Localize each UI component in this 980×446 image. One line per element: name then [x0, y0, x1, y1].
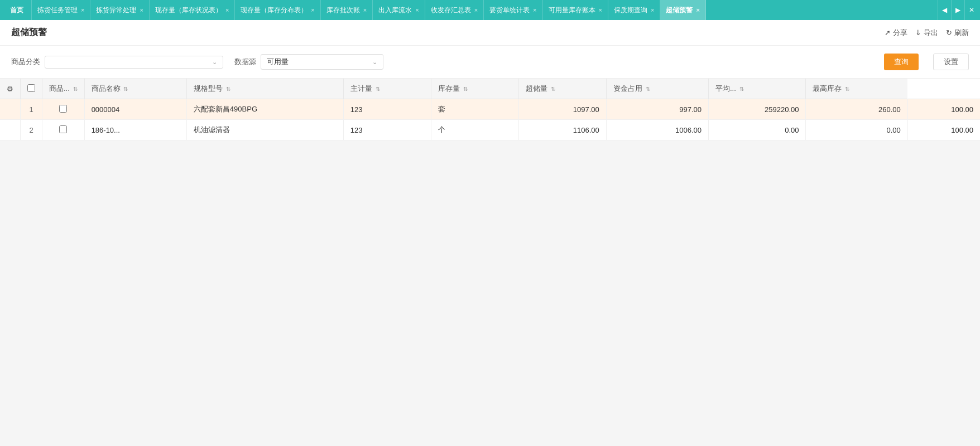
col-header-spec[interactable]: 规格型号 ⇅: [186, 79, 343, 99]
sort-icon-unit: ⇅: [374, 86, 380, 92]
max-stock-cell-0: 100.00: [907, 99, 980, 120]
row-checkbox-1[interactable]: [59, 125, 67, 133]
row-num-0: 1: [21, 99, 42, 120]
col-header-product_code[interactable]: 商品... ⇅: [42, 79, 85, 99]
refresh-icon: ↻: [946, 28, 952, 37]
sort-icon-product_name: ⇅: [122, 86, 128, 92]
table-row: 10000004六配套新昌490BPG123套1097.00997.002592…: [0, 99, 980, 120]
filters-row: 商品分类 ⌄ 数据源 可用量 ⌄ 查询 设置: [0, 46, 980, 79]
nav-tab-recv-total[interactable]: 收发存汇总表×: [425, 0, 484, 20]
sort-icon-overstock: ⇅: [549, 86, 555, 92]
sort-icon-avg: ⇅: [738, 86, 744, 92]
category-filter-group: 商品分类 ⌄: [11, 56, 223, 69]
close-tab-task-mgmt-icon[interactable]: ×: [81, 7, 84, 13]
export-icon: ⇓: [915, 28, 921, 37]
nav-close-button[interactable]: ✕: [964, 0, 978, 20]
col-header-capital[interactable]: 资金占用 ⇅: [606, 79, 708, 99]
nav-tab-order-stat[interactable]: 要货单统计表×: [484, 0, 542, 20]
page-title: 超储预警: [11, 27, 47, 38]
col-header-gear: ⚙: [0, 79, 21, 99]
spec-cell-0: 123: [343, 99, 431, 120]
share-icon: ➚: [885, 28, 891, 37]
close-tab-inout-flow-icon[interactable]: ×: [415, 7, 419, 13]
query-button[interactable]: 查询: [884, 54, 919, 70]
overstock-cell-1: 1006.00: [606, 120, 708, 140]
nav-tab-avail-ledger[interactable]: 可用量库存账本×: [543, 0, 608, 20]
nav-tab-inout-flow[interactable]: 出入库流水×: [373, 0, 425, 20]
close-tab-abnormal-icon[interactable]: ×: [140, 7, 143, 13]
sort-icon-capital: ⇅: [644, 86, 650, 92]
datasource-chevron-icon: ⌄: [372, 59, 377, 66]
overstock-cell-0: 997.00: [606, 99, 708, 120]
row-num-1: 2: [21, 120, 42, 140]
sort-icon-spec: ⇅: [224, 86, 230, 92]
nav-arrows: ◀ ▶ ✕: [938, 0, 978, 20]
datasource-filter-group: 数据源 可用量 ⌄: [234, 54, 383, 70]
nav-next-button[interactable]: ▶: [951, 0, 964, 20]
col-header-max_stock[interactable]: 最高库存 ⇅: [806, 79, 907, 99]
sort-icon-max_stock: ⇅: [843, 86, 849, 92]
product-code-cell-0: 0000004: [84, 99, 186, 120]
close-tab-quality-check-icon[interactable]: ×: [651, 7, 654, 13]
nav-prev-button[interactable]: ◀: [938, 0, 951, 20]
avg-cell-0: 260.00: [806, 99, 907, 120]
top-nav: 首页拣货任务管理×拣货异常处理×现存量（库存状况表）×现存量（库存分布表）×库存…: [0, 0, 980, 20]
nav-tab-quality-check[interactable]: 保质期查询×: [608, 0, 660, 20]
stock-cell-1: 1106.00: [518, 120, 606, 140]
refresh-button[interactable]: ↻ 刷新: [946, 28, 969, 38]
spec-cell-1: 123: [343, 120, 431, 140]
category-select[interactable]: ⌄: [45, 56, 223, 69]
stock-cell-0: 1097.00: [518, 99, 606, 120]
datasource-select[interactable]: 可用量 ⌄: [261, 54, 383, 70]
capital-cell-0: 259220.00: [708, 99, 806, 120]
nav-tab-overstock[interactable]: 超储预警×: [660, 0, 705, 20]
close-tab-overstock-icon[interactable]: ×: [696, 7, 699, 13]
nav-tab-stock-batch[interactable]: 库存批次账×: [321, 0, 373, 20]
col-header-unit[interactable]: 主计量 ⇅: [343, 79, 431, 99]
header-actions: ➚ 分享 ⇓ 导出 ↻ 刷新: [885, 28, 969, 38]
row-checkbox-cell-0: [42, 99, 85, 120]
col-header-product_name[interactable]: 商品名称 ⇅: [84, 79, 186, 99]
product-name-cell-1: 机油滤清器: [186, 120, 343, 140]
max-stock-cell-1: 100.00: [907, 120, 980, 140]
gear-icon[interactable]: ⚙: [7, 85, 13, 93]
close-tab-stock-batch-icon[interactable]: ×: [363, 7, 367, 13]
export-button[interactable]: ⇓ 导出: [915, 28, 938, 38]
table-row: 2186-10...机油滤清器123个1106.001006.000.000.0…: [0, 120, 980, 140]
row-gear-1: [0, 120, 21, 140]
product-code-cell-1: 186-10...: [84, 120, 186, 140]
close-tab-stock-status-icon[interactable]: ×: [225, 7, 229, 13]
close-tab-stock-dist-icon[interactable]: ×: [311, 7, 314, 13]
unit-cell-1: 个: [431, 120, 518, 140]
close-tab-order-stat-icon[interactable]: ×: [533, 7, 536, 13]
sort-icon-stock: ⇅: [462, 86, 468, 92]
nav-tab-abnormal[interactable]: 拣货异常处理×: [90, 0, 149, 20]
datasource-value: 可用量: [267, 57, 289, 67]
capital-cell-1: 0.00: [708, 120, 806, 140]
table-container: ⚙商品... ⇅商品名称 ⇅规格型号 ⇅主计量 ⇅库存量 ⇅超储量 ⇅资金占用 …: [0, 79, 980, 140]
col-header-overstock[interactable]: 超储量 ⇅: [518, 79, 606, 99]
col-header-checkbox: [21, 79, 42, 99]
nav-tab-task-mgmt[interactable]: 拣货任务管理×: [32, 0, 90, 20]
category-label: 商品分类: [11, 57, 40, 67]
settings-button[interactable]: 设置: [933, 54, 969, 70]
product-name-cell-0: 六配套新昌490BPG: [186, 99, 343, 120]
unit-cell-0: 套: [431, 99, 518, 120]
row-gear-0: [0, 99, 21, 120]
close-tab-recv-total-icon[interactable]: ×: [474, 7, 478, 13]
row-checkbox-0[interactable]: [59, 105, 67, 113]
nav-tab-home[interactable]: 首页: [2, 0, 32, 20]
page-header: 超储预警 ➚ 分享 ⇓ 导出 ↻ 刷新: [0, 20, 980, 46]
row-checkbox-cell-1: [42, 120, 85, 140]
select-all-checkbox[interactable]: [27, 84, 35, 92]
nav-tab-stock-status[interactable]: 现存量（库存状况表）×: [150, 0, 235, 20]
col-header-avg[interactable]: 平均... ⇅: [708, 79, 806, 99]
share-button[interactable]: ➚ 分享: [885, 28, 907, 38]
avg-cell-1: 0.00: [806, 120, 907, 140]
datasource-label: 数据源: [234, 57, 256, 67]
sort-icon-product_code: ⇅: [71, 86, 78, 92]
data-table: ⚙商品... ⇅商品名称 ⇅规格型号 ⇅主计量 ⇅库存量 ⇅超储量 ⇅资金占用 …: [0, 79, 980, 140]
nav-tab-stock-dist[interactable]: 现存量（库存分布表）×: [235, 0, 320, 20]
col-header-stock[interactable]: 库存量 ⇅: [431, 79, 518, 99]
close-tab-avail-ledger-icon[interactable]: ×: [599, 7, 602, 13]
